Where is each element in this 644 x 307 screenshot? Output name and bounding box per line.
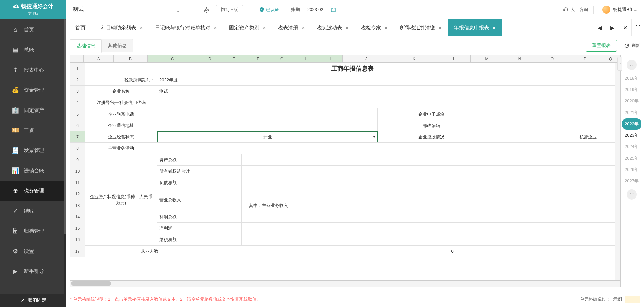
year-2027年[interactable]: 2027年 [622, 175, 641, 187]
sidebar: ⌂首页▤总账⇡报表中心💰资金管理🏢固定资产💴工资🧾发票管理📊进销台账⊕税务管理✓… [0, 19, 66, 307]
tab-home[interactable]: 首页 [66, 19, 95, 36]
col-header-C[interactable]: C [148, 55, 198, 62]
sheet-vscroll[interactable] [615, 63, 620, 280]
sidebar-item-guide[interactable]: ▶新手引导 [0, 261, 64, 281]
col-header-P[interactable]: P [569, 55, 601, 62]
row-header[interactable]: 4 [70, 97, 85, 108]
close-icon[interactable]: ✕ [214, 26, 217, 30]
row-header[interactable]: 2 [70, 74, 85, 85]
footnote: * 单元格编辑说明：1、点击单元格直接录入数值或文本。2、清空单元格数值或文本恢… [70, 296, 261, 302]
sidebar-item-tax[interactable]: ⊕税务管理 [0, 181, 64, 201]
sidebar-item-asset[interactable]: 🏢固定资产 [0, 100, 64, 120]
col-header-A[interactable]: A [84, 55, 114, 62]
close-icon[interactable]: ✕ [140, 26, 143, 30]
row-header[interactable]: 5 [70, 108, 85, 120]
year-2022年[interactable]: 2022年 [622, 118, 641, 130]
close-icon[interactable]: ✕ [492, 26, 496, 30]
sidebar-item-setting[interactable]: ⚙设置 [0, 241, 64, 261]
fund-icon: 💰 [12, 86, 19, 94]
consult-button[interactable]: 人工咨询 [562, 7, 588, 13]
subtab-other[interactable]: 其他信息 [102, 39, 133, 52]
year-2023年[interactable]: 2023年 [622, 130, 641, 141]
col-header-I[interactable]: I [318, 55, 343, 62]
year-panel-collapse[interactable]: 《 [617, 57, 622, 71]
year-2018年[interactable]: 2018年 [622, 73, 641, 84]
tab-4[interactable]: 税负波动表✕ [311, 19, 355, 36]
calendar-icon[interactable] [331, 7, 336, 12]
sidebar-item-close[interactable]: ✓结账 [0, 201, 64, 221]
ledger-icon: ▤ [12, 46, 19, 53]
year-2019年[interactable]: 2019年 [622, 84, 641, 95]
col-header-K[interactable]: K [390, 55, 438, 62]
row-header[interactable]: 8 [70, 143, 85, 154]
year-down[interactable]: ﹀ [627, 189, 637, 200]
row-header[interactable]: 3 [70, 86, 85, 97]
sidebar-item-archive[interactable]: 🗄归档管理 [0, 221, 64, 241]
sidebar-item-label: 税务管理 [24, 188, 44, 194]
period-value[interactable]: 2023-02 [305, 6, 325, 13]
year-2026年[interactable]: 2026年 [622, 164, 641, 175]
shield-icon [259, 7, 265, 13]
close-icon[interactable]: ✕ [263, 26, 266, 30]
year-2021年[interactable]: 2021年 [622, 107, 641, 118]
year-2020年[interactable]: 2020年 [622, 95, 641, 107]
col-header-M[interactable]: M [471, 55, 503, 62]
close-icon[interactable]: ✕ [302, 26, 305, 30]
col-header-E[interactable]: E [222, 55, 246, 62]
logo: 畅捷通好会计 专业版 [0, 0, 66, 19]
col-header-B[interactable]: B [114, 55, 147, 62]
sidebar-item-chart[interactable]: ⇡报表中心 [0, 60, 64, 80]
tab-6[interactable]: 所得税汇算清缴✕ [394, 19, 448, 36]
col-header-N[interactable]: N [503, 55, 536, 62]
sidebar-item-salary[interactable]: 💴工资 [0, 120, 64, 140]
fullscreen-button[interactable]: ⛶ [631, 19, 644, 36]
year-up[interactable]: ︿ [627, 60, 637, 70]
guide-icon: ▶ [12, 268, 19, 275]
col-header-H[interactable]: H [294, 55, 318, 62]
sidebar-item-label: 总账 [24, 47, 34, 53]
year-2025年[interactable]: 2025年 [622, 152, 641, 164]
spreadsheet[interactable]: ABCDEFGHIJKLMNOPQ 1工商年报信息表2税款所属期间：2022年度… [70, 55, 621, 287]
year-2024年[interactable]: 2024年 [622, 141, 641, 152]
col-header-D[interactable]: D [198, 55, 222, 62]
tab-close-all[interactable]: ✕ [619, 19, 631, 36]
sheet-hscroll[interactable] [70, 280, 620, 287]
tab-scroll-left[interactable]: ◀ [593, 19, 606, 36]
close-icon[interactable]: ✕ [345, 26, 349, 30]
row-header[interactable]: 1 [70, 63, 85, 74]
tab-1[interactable]: 日记账与银行对账单核对✕ [149, 19, 223, 36]
tab-2[interactable]: 固定资产类别✕ [223, 19, 272, 36]
tab-5[interactable]: 税检专家✕ [355, 19, 394, 36]
add-button[interactable]: ＋ [189, 6, 197, 14]
col-header-J[interactable]: J [343, 55, 390, 62]
tab-0[interactable]: 斗目辅助余额表✕ [95, 19, 149, 36]
row-header[interactable]: 7 [70, 131, 85, 142]
close-icon[interactable]: ✕ [438, 26, 442, 30]
gear-icon[interactable] [202, 6, 210, 14]
active-cell[interactable]: 开业 [157, 131, 378, 142]
tab-3[interactable]: 税表清册✕ [272, 19, 311, 36]
sidebar-item-stock[interactable]: 📊进销台账 [0, 161, 64, 181]
sidebar-item-home[interactable]: ⌂首页 [0, 19, 64, 40]
reset-button[interactable]: 重置报表 [586, 40, 617, 52]
sidebar-item-invoice[interactable]: 🧾发票管理 [0, 140, 64, 161]
col-header-L[interactable]: L [438, 55, 471, 62]
tab-scroll-right[interactable]: ▶ [606, 19, 619, 36]
tab-7[interactable]: 年报信息申报表✕ [448, 19, 502, 36]
user-menu[interactable]: 畅捷通B组... [602, 6, 637, 14]
sidebar-scrollbar[interactable] [64, 19, 66, 307]
company-selector[interactable]: 测试 ⌄ [73, 6, 183, 13]
col-header-G[interactable]: G [270, 55, 294, 62]
close-icon[interactable]: ✕ [384, 26, 388, 30]
switch-old-button[interactable]: 切到旧版 [216, 5, 243, 14]
sidebar-item-fund[interactable]: 💰资金管理 [0, 80, 64, 100]
unpin-button[interactable]: 取消固定 [0, 294, 66, 307]
sidebar-item-ledger[interactable]: ▤总账 [0, 40, 64, 60]
row-header[interactable]: 6 [70, 120, 85, 131]
col-header-O[interactable]: O [536, 55, 569, 62]
row-header[interactable]: 17 [70, 246, 85, 257]
cloud-icon [13, 3, 20, 10]
refresh-button[interactable]: 刷新 [624, 43, 640, 49]
col-header-F[interactable]: F [246, 55, 270, 62]
subtab-basic[interactable]: 基础信息 [70, 39, 102, 53]
